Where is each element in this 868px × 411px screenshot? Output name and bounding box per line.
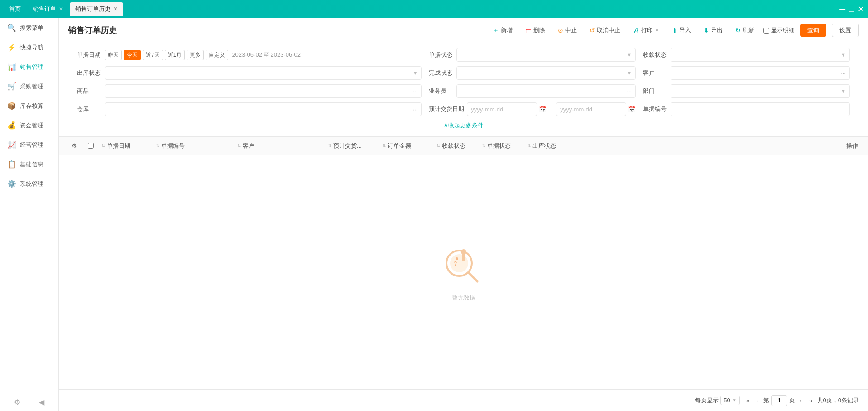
- total-info: 共0页，0条记录: [817, 396, 859, 405]
- sidebar-item-sales-mgmt[interactable]: 📊 销售管理: [0, 57, 58, 77]
- sidebar-collapse-icon[interactable]: ◀: [39, 398, 44, 406]
- page-input[interactable]: [771, 395, 787, 406]
- today-btn[interactable]: 今天: [124, 50, 141, 60]
- print-button[interactable]: 🖨 打印 ▼: [629, 24, 663, 36]
- prev-page-button[interactable]: ‹: [754, 396, 762, 405]
- sort-icon-8[interactable]: ⇅: [527, 143, 531, 148]
- page-title-row: 销售订单历史 ＋ 新增 🗑 删除 ⊘ 中止 ↺: [68, 24, 859, 37]
- customer-dots: ···: [841, 70, 846, 77]
- svg-rect-4: [462, 254, 465, 261]
- query-button[interactable]: 查询: [800, 24, 826, 37]
- salesperson-input[interactable]: ···: [456, 84, 636, 98]
- first-page-button[interactable]: «: [743, 396, 753, 405]
- custom-btn[interactable]: 自定义: [206, 50, 228, 60]
- per-page-chevron-icon: ▼: [732, 398, 737, 403]
- select-all-checkbox[interactable]: [88, 143, 94, 149]
- sidebar-item-basic-info[interactable]: 📋 基础信息: [0, 155, 58, 174]
- sort-icon-1[interactable]: ⇅: [101, 143, 105, 148]
- system-icon: ⚙️: [7, 179, 16, 188]
- last1month-btn[interactable]: 近1月: [165, 50, 185, 60]
- show-detail-checkbox-label[interactable]: 显示明细: [763, 26, 795, 34]
- complete-status-select[interactable]: ▼: [456, 66, 636, 80]
- maximize-icon[interactable]: □: [849, 5, 854, 14]
- tab-home[interactable]: 首页: [4, 2, 26, 16]
- inventory-icon: 📦: [7, 102, 16, 110]
- last-page-button[interactable]: »: [806, 396, 815, 405]
- import-button[interactable]: ⬆ 导入: [668, 24, 695, 36]
- doc-status-select[interactable]: ▼: [456, 48, 636, 62]
- close-sales-order-tab-icon[interactable]: ✕: [59, 6, 63, 12]
- minimize-icon[interactable]: ─: [839, 5, 845, 14]
- close-history-tab-icon[interactable]: ✕: [113, 6, 118, 12]
- sidebar-item-purchase-mgmt[interactable]: 🛒 采购管理: [0, 77, 58, 96]
- window-close-icon[interactable]: ✕: [858, 4, 864, 14]
- more-btn[interactable]: 更多: [187, 50, 204, 60]
- sidebar-item-quick-nav[interactable]: ⚡ 快捷导航: [0, 38, 58, 57]
- last7days-btn[interactable]: 近7天: [143, 50, 163, 60]
- yesterday-btn[interactable]: 昨天: [105, 50, 122, 60]
- cancel-stop-icon: ↺: [590, 27, 595, 34]
- expected-date-to[interactable]: yyyy-mm-dd: [556, 102, 626, 116]
- doc-status-label: 单据状态: [429, 51, 454, 59]
- doc-no-input[interactable]: [671, 102, 850, 116]
- out-status-select[interactable]: ▼: [105, 66, 422, 80]
- sidebar-item-system[interactable]: ⚙️ 系统管理: [0, 174, 58, 193]
- customer-input[interactable]: ···: [671, 66, 850, 80]
- sort-icon-7[interactable]: ⇅: [482, 143, 485, 148]
- cal-to-icon[interactable]: 📅: [628, 106, 636, 113]
- show-detail-checkbox[interactable]: [763, 28, 769, 34]
- stop-icon: ⊘: [558, 27, 563, 34]
- basic-info-icon: 📋: [7, 160, 16, 169]
- sidebar-item-operation[interactable]: 📈 经营管理: [0, 135, 58, 155]
- stop-button[interactable]: ⊘ 中止: [554, 24, 580, 36]
- new-button[interactable]: ＋ 新增: [489, 24, 516, 36]
- filter-product: 商品 ···: [77, 84, 422, 98]
- filter-out-status: 出库状态 ▼: [77, 66, 422, 80]
- th-doc-date: ⇅ 单据日期: [99, 142, 153, 150]
- product-input[interactable]: ···: [105, 84, 422, 98]
- next-page-button[interactable]: ›: [797, 396, 805, 405]
- filter-complete-status: 完成状态 ▼: [429, 66, 636, 80]
- sort-icon-5[interactable]: ⇅: [382, 143, 386, 148]
- sort-icon-4[interactable]: ⇅: [328, 143, 331, 148]
- delete-button[interactable]: 🗑 删除: [522, 24, 549, 36]
- sort-icon-2[interactable]: ⇅: [156, 143, 159, 148]
- th-doc-no: ⇅ 单据编号: [153, 142, 235, 150]
- sidebar-settings-icon[interactable]: ⚙: [14, 398, 20, 406]
- cancel-stop-button[interactable]: ↺ 取消中止: [586, 24, 624, 36]
- tab-sales-order-history[interactable]: 销售订单历史 ✕: [70, 2, 123, 16]
- filter-dept: 部门 ▼: [643, 84, 850, 98]
- th-check[interactable]: [82, 143, 99, 149]
- sort-icon-3[interactable]: ⇅: [237, 143, 241, 148]
- th-settings[interactable]: ⚙: [66, 142, 82, 149]
- print-chevron-icon: ▼: [655, 28, 659, 33]
- table-container: ⚙ ⇅ 单据日期 ⇅ 单据编号 ⇅ 客户 ⇅: [59, 137, 868, 389]
- collapse-label: 收起更多条件: [448, 121, 484, 130]
- page-size-box[interactable]: 50 ▼: [720, 396, 739, 405]
- recv-status-select[interactable]: ▼: [671, 48, 850, 62]
- out-status-chevron-icon: ▼: [412, 70, 417, 76]
- sort-icon-6[interactable]: ⇅: [436, 143, 440, 148]
- tab-sales-order[interactable]: 销售订单 ✕: [27, 2, 69, 16]
- expected-date-from[interactable]: yyyy-mm-dd: [467, 102, 537, 116]
- page-nav: « ‹ 第 页 › » 共0页，0条记录: [743, 395, 859, 406]
- print-icon: 🖨: [633, 27, 639, 34]
- refresh-button[interactable]: ↻ 刷新: [732, 24, 758, 36]
- tab-list: 首页 销售订单 ✕ 销售订单历史 ✕: [4, 2, 839, 16]
- cal-from-icon[interactable]: 📅: [539, 106, 547, 113]
- sidebar-item-search-menu[interactable]: 🔍 搜索菜单: [0, 18, 58, 38]
- sidebar-bottom: ⚙ ◀: [0, 393, 58, 411]
- doc-no-label: 单据编号: [643, 105, 668, 113]
- settings-button[interactable]: 设置: [832, 24, 859, 37]
- sidebar-item-inventory[interactable]: 📦 库存核算: [0, 96, 58, 116]
- pagination: 每页显示 50 ▼ « ‹ 第 页 › » 共0页，0条记录: [59, 389, 868, 411]
- filter-customer: 客户 ···: [643, 66, 850, 80]
- empty-icon: ?: [441, 243, 486, 288]
- filter-row-4: 仓库 ··· 预计交货日期 yyyy-mm-dd 📅 —: [77, 102, 850, 116]
- dept-select[interactable]: ▼: [671, 84, 850, 98]
- sidebar-item-finance[interactable]: 💰 资金管理: [0, 116, 58, 135]
- new-icon: ＋: [493, 26, 499, 34]
- export-button[interactable]: ⬇ 导出: [700, 24, 726, 36]
- warehouse-input[interactable]: ···: [105, 102, 422, 116]
- collapse-row[interactable]: ∧ 收起更多条件: [77, 121, 850, 131]
